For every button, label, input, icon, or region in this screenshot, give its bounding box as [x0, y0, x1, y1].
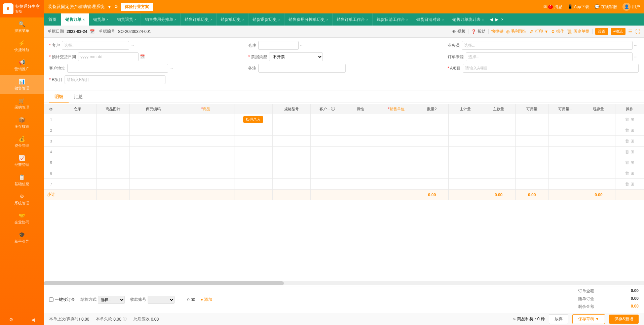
cell-6[interactable]	[272, 179, 310, 190]
cell-13[interactable]	[515, 179, 548, 190]
cell-8[interactable]	[344, 114, 377, 125]
cell-3[interactable]	[129, 114, 177, 125]
tab-10[interactable]: 钱货日清对账×	[412, 13, 448, 26]
invoice-select[interactable]: 不开票	[269, 52, 323, 61]
delete-icon[interactable]: 🗑	[625, 138, 629, 144]
cell-12[interactable]	[482, 125, 515, 136]
detail-tab-汇总[interactable]: 汇总	[69, 92, 88, 103]
cell-9[interactable]	[377, 147, 415, 157]
scan-cell[interactable]	[234, 125, 272, 136]
cell-7[interactable]	[310, 125, 344, 136]
tab-5[interactable]: 销货单历史×	[217, 13, 249, 26]
cell-4[interactable]	[177, 114, 234, 125]
tab-8[interactable]: 销售订单工作台×	[333, 13, 373, 26]
settings-button[interactable]: 设置	[595, 28, 608, 35]
tab-6[interactable]: 销货退货历史×	[249, 13, 285, 26]
cell-6[interactable]	[272, 125, 310, 136]
cell-14[interactable]	[548, 168, 582, 179]
cell-13[interactable]	[515, 168, 548, 179]
cell-13[interactable]	[515, 136, 548, 147]
settings-icon[interactable]: ⚙	[9, 317, 13, 322]
sidebar-item-库存核算[interactable]: 📦库存核算	[0, 113, 44, 132]
message-button[interactable]: ✉ 9 消息	[543, 4, 562, 10]
settings-gear-icon[interactable]: ⚙	[114, 4, 118, 9]
copy-icon[interactable]: ⊞	[631, 171, 634, 176]
copy-icon[interactable]: ⊞	[631, 117, 634, 122]
cell-3[interactable]	[129, 136, 177, 147]
scan-cell[interactable]	[234, 136, 272, 147]
cell-14[interactable]	[548, 114, 582, 125]
cell-15[interactable]	[582, 168, 615, 179]
cell-2[interactable]	[96, 179, 129, 190]
col-info-icon[interactable]: ⓘ	[331, 107, 335, 111]
save-new-button[interactable]: 保存&新增	[609, 315, 639, 324]
order-source-more-icon[interactable]: ···	[633, 54, 639, 59]
cell-9[interactable]	[377, 168, 415, 179]
draft-dropdown-icon[interactable]: ▼	[595, 317, 599, 321]
tab-home[interactable]: 首页	[44, 13, 61, 26]
cell-11[interactable]	[449, 157, 482, 168]
history-button[interactable]: 📜 历史单据	[567, 29, 590, 34]
cell-4[interactable]	[177, 179, 234, 190]
tab-1[interactable]: 销货单×	[89, 13, 113, 26]
tab-close-all[interactable]: ×	[500, 13, 505, 26]
debt-info-icon[interactable]: ⓘ	[123, 316, 127, 322]
add-item-button[interactable]: ● 添加	[200, 297, 212, 302]
cell-7[interactable]	[310, 179, 344, 190]
tab-prev[interactable]: ◀	[488, 13, 494, 26]
shortcuts-button[interactable]: 快捷键	[491, 29, 503, 34]
cell-8[interactable]	[344, 168, 377, 179]
tab-2[interactable]: 销货退货×	[113, 13, 141, 26]
tab-9[interactable]: 钱货日清工作台×	[373, 13, 413, 26]
order-source-input[interactable]	[466, 52, 633, 61]
cell-4[interactable]	[177, 168, 234, 179]
tab-close-icon[interactable]: ×	[278, 18, 280, 22]
cell-13[interactable]	[515, 114, 548, 125]
sidebar-item-资金管理[interactable]: 💰资金管理	[0, 132, 44, 152]
delete-icon[interactable]: 🗑	[625, 160, 629, 165]
cell-9[interactable]	[377, 114, 415, 125]
cell-1[interactable]	[58, 168, 96, 179]
delivery-calendar-icon[interactable]: 📅	[139, 54, 146, 59]
cell-7[interactable]	[310, 114, 344, 125]
cell-7[interactable]	[310, 136, 344, 147]
cell-7[interactable]	[310, 147, 344, 157]
cell-11[interactable]	[449, 125, 482, 136]
cell-10[interactable]	[415, 136, 449, 147]
cell-9[interactable]	[377, 125, 415, 136]
scan-cell[interactable]	[234, 179, 272, 190]
collapse-icon[interactable]: ◀	[31, 317, 35, 322]
app-download-button[interactable]: 📱 App下载	[568, 4, 589, 10]
account-select[interactable]	[148, 296, 175, 304]
cell-2[interactable]	[96, 125, 129, 136]
cell-6[interactable]	[272, 168, 310, 179]
cell-12[interactable]	[482, 168, 515, 179]
sidebar-item-营销推广[interactable]: 📢营销推广	[0, 56, 44, 75]
cell-2[interactable]	[96, 157, 129, 168]
cell-6[interactable]	[272, 157, 310, 168]
cell-1[interactable]	[58, 157, 96, 168]
a-project-input[interactable]	[463, 64, 639, 73]
online-service-button[interactable]: 💬 在线客服	[595, 4, 617, 10]
scan-cell[interactable]: 扫码录入	[234, 114, 272, 125]
cell-12[interactable]	[482, 179, 515, 190]
logistics-button[interactable]: +物流	[611, 28, 626, 35]
cell-15[interactable]	[582, 114, 615, 125]
sidebar-item-系统管理[interactable]: ⚙系统管理	[0, 190, 44, 209]
cell-3[interactable]	[129, 168, 177, 179]
print-button[interactable]: 🖨 打印 ▼	[530, 29, 548, 34]
cell-7[interactable]	[310, 168, 344, 179]
cell-4[interactable]	[177, 125, 234, 136]
sidebar-item-新手引导[interactable]: 🎓新手引导	[0, 228, 44, 247]
cell-9[interactable]	[377, 157, 415, 168]
one-click-checkout-checkbox[interactable]	[49, 297, 53, 302]
delete-icon[interactable]: 🗑	[625, 181, 629, 187]
tab-close-icon[interactable]: ×	[107, 18, 109, 22]
cell-13[interactable]	[515, 147, 548, 157]
sidebar-item-采购管理[interactable]: 🛒采购管理	[0, 94, 44, 113]
copy-icon[interactable]: ⊞	[631, 138, 634, 144]
warehouse-input[interactable]: 成品库	[258, 41, 299, 50]
user-button[interactable]: 👤 用户	[622, 3, 640, 11]
cell-10[interactable]	[415, 179, 449, 190]
cell-14[interactable]	[548, 157, 582, 168]
